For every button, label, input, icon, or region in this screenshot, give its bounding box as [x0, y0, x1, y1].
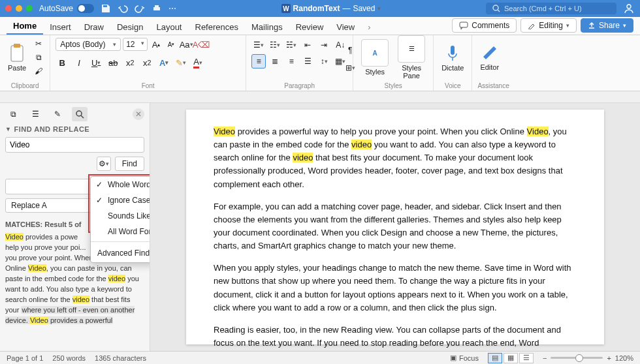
format-painter-icon[interactable]: 🖌: [33, 65, 44, 77]
copy-icon[interactable]: ⧉: [33, 52, 44, 63]
find-options-gear-icon[interactable]: ⚙▾: [97, 157, 111, 171]
zoom-out-button[interactable]: −: [543, 354, 547, 362]
close-sidebar-icon[interactable]: ✕: [133, 108, 144, 120]
dictate-button[interactable]: Dictate: [439, 42, 466, 73]
font-color-icon[interactable]: A▾: [191, 56, 204, 69]
bold-button[interactable]: B: [56, 56, 69, 69]
option-sounds-like[interactable]: Sounds Like: [91, 208, 150, 224]
font-size-select[interactable]: 12▾: [123, 38, 148, 51]
align-center-icon[interactable]: ≣: [268, 54, 282, 68]
superscript-button[interactable]: x2: [140, 56, 153, 69]
font-family-select[interactable]: Aptos (Body)▾: [56, 38, 121, 51]
print-layout-view[interactable]: ▤: [488, 353, 502, 363]
bullets-icon[interactable]: ☰▾: [251, 38, 266, 52]
outline-view[interactable]: ☰: [519, 353, 534, 363]
review-tab-icon[interactable]: ✎: [50, 107, 65, 121]
find-replace-title[interactable]: ▼FIND AND REPLACE: [5, 125, 144, 133]
indent-left-icon[interactable]: ⇤: [300, 38, 315, 52]
show-marks-icon[interactable]: ¶: [343, 43, 357, 57]
editor-button[interactable]: Editor: [477, 42, 502, 72]
ribbon-tabs: Home Insert Draw Design Layout Reference…: [0, 17, 640, 35]
multilevel-icon[interactable]: ☵▾: [284, 38, 298, 52]
document-viewport[interactable]: Video provides a powerful way to help yo…: [150, 103, 640, 351]
option-all-word-forms[interactable]: All Word Forms: [91, 224, 150, 239]
option-whole-word[interactable]: Whole Word Only: [91, 177, 150, 192]
voice-label: Voice: [439, 81, 466, 89]
title-sep: —: [342, 4, 350, 13]
minimize-window[interactable]: [16, 5, 22, 12]
align-right-icon[interactable]: ≡: [284, 54, 298, 68]
paragraph[interactable]: Reading is easier, too, in the new Readi…: [214, 324, 577, 351]
tab-mailings[interactable]: Mailings: [245, 20, 289, 35]
chevron-down-icon[interactable]: ▾: [377, 5, 381, 12]
justify-icon[interactable]: ☰: [300, 54, 315, 68]
tab-home[interactable]: Home: [7, 18, 43, 35]
italic-button[interactable]: I: [72, 56, 86, 69]
change-case-icon[interactable]: Aa▾: [180, 38, 193, 51]
maximize-window[interactable]: [26, 5, 33, 12]
zoom-controls: − + 120%: [543, 354, 633, 362]
char-count[interactable]: 1365 characters: [95, 354, 146, 362]
paragraph[interactable]: When you apply styles, your headings cha…: [214, 262, 577, 314]
titlebar: AutoSave ⋯ W RandomText — Saved ▾ Search…: [0, 0, 640, 17]
zoom-percent[interactable]: 120%: [615, 354, 633, 362]
paragraph[interactable]: For example, you can add a matching cove…: [214, 200, 577, 253]
tab-layout[interactable]: Layout: [150, 20, 188, 35]
web-layout-view[interactable]: ▦: [504, 353, 518, 363]
tab-references[interactable]: References: [189, 20, 245, 35]
numbering-icon[interactable]: ☷▾: [268, 38, 282, 52]
headings-tab-icon[interactable]: ☰: [27, 107, 43, 121]
more-qat-icon[interactable]: ⋯: [168, 4, 176, 13]
zoom-slider[interactable]: [551, 357, 603, 359]
thumbnails-tab-icon[interactable]: ⧉: [5, 107, 21, 121]
highlight-icon[interactable]: ✎▾: [174, 56, 187, 69]
find-input[interactable]: [5, 137, 144, 153]
print-icon[interactable]: [152, 3, 162, 14]
underline-button[interactable]: U▾: [89, 56, 103, 69]
line-spacing-icon[interactable]: ↕▾: [317, 54, 331, 68]
account-icon[interactable]: [623, 3, 635, 14]
autosave-toggle[interactable]: AutoSave: [39, 4, 94, 13]
focus-mode-button[interactable]: ▣ Focus: [450, 354, 479, 362]
search-icon: [492, 5, 500, 12]
redo-icon[interactable]: [135, 3, 145, 14]
zoom-in-button[interactable]: +: [607, 354, 611, 362]
comments-button[interactable]: Comments: [452, 18, 517, 33]
tab-overflow-icon[interactable]: ›: [361, 20, 377, 35]
page-indicator[interactable]: Page 1 of 1: [7, 354, 43, 362]
grow-font-icon[interactable]: A▴: [150, 38, 163, 51]
borders-icon[interactable]: ⊞▾: [343, 61, 357, 75]
close-window[interactable]: [5, 5, 12, 12]
text-effects-icon[interactable]: A▾: [157, 56, 170, 69]
editing-mode-button[interactable]: Editing ▾: [520, 18, 577, 33]
advanced-find-replace[interactable]: Advanced Find & Replace...: [91, 244, 150, 262]
search-box[interactable]: Search (Cmd + Ctrl + U): [486, 3, 616, 14]
undo-icon[interactable]: [118, 3, 128, 14]
styles-label: Styles: [359, 81, 428, 89]
paragraph[interactable]: Video provides a powerful way to help yo…: [214, 125, 577, 191]
shrink-font-icon[interactable]: A▾: [165, 38, 178, 51]
paste-button[interactable]: Paste: [5, 42, 29, 73]
find-button[interactable]: Find: [115, 157, 144, 171]
clear-format-icon[interactable]: A⌫: [195, 38, 208, 51]
statusbar: Page 1 of 1 250 words 1365 characters ▣ …: [0, 351, 640, 364]
indent-right-icon[interactable]: ⇥: [317, 38, 331, 52]
autosave-switch[interactable]: [77, 4, 94, 13]
subscript-button[interactable]: x2: [123, 56, 136, 69]
share-button[interactable]: Share ▾: [581, 18, 633, 33]
strikethrough-button[interactable]: ab: [106, 56, 120, 69]
document-page[interactable]: Video provides a powerful way to help yo…: [186, 110, 604, 344]
tab-design[interactable]: Design: [110, 20, 150, 35]
cut-icon[interactable]: ✂: [33, 38, 44, 50]
tab-draw[interactable]: Draw: [78, 20, 110, 35]
tab-review[interactable]: Review: [289, 20, 330, 35]
save-icon[interactable]: [101, 3, 111, 14]
tab-view[interactable]: View: [330, 20, 361, 35]
menu-separator: [91, 241, 150, 242]
tab-insert[interactable]: Insert: [43, 20, 78, 35]
word-count[interactable]: 250 words: [52, 354, 86, 362]
search-tab-icon[interactable]: [72, 107, 88, 121]
ruler[interactable]: [0, 91, 640, 103]
align-left-icon[interactable]: ≡: [251, 54, 266, 68]
option-ignore-case[interactable]: Ignore Case: [91, 192, 150, 208]
